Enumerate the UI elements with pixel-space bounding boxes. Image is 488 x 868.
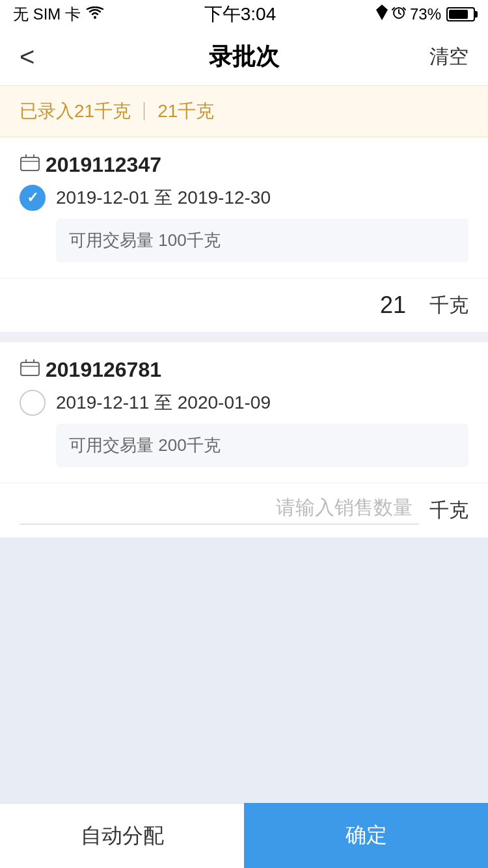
page-title: 录批次 <box>209 41 279 73</box>
svg-rect-6 <box>21 362 39 375</box>
svg-rect-4 <box>21 157 39 170</box>
batch-1-icon <box>20 154 40 176</box>
recorded-value: 21千克 <box>157 99 214 124</box>
confirm-button[interactable]: 确定 <box>244 803 488 868</box>
batch-1-date-row[interactable]: 2019-12-01 至 2019-12-30 <box>20 185 468 211</box>
batch-1-header: 2019112347 <box>20 153 468 177</box>
info-divider <box>144 102 144 120</box>
alarm-icon <box>392 5 406 23</box>
back-button[interactable]: < <box>20 42 59 72</box>
carrier-text: 无 SIM 卡 <box>13 4 81 25</box>
batch-2-header: 2019126781 <box>20 358 468 382</box>
batch-2-quantity-input[interactable] <box>20 496 419 519</box>
batch-2-date: 2019-12-11 至 2020-01-09 <box>56 390 271 415</box>
section-separator-1 <box>0 332 488 342</box>
status-bar: 无 SIM 卡 下午3:04 73% <box>0 0 488 29</box>
batch-1-id: 2019112347 <box>46 153 161 177</box>
batch-item-1: 2019112347 2019-12-01 至 2019-12-30 可用交易量… <box>0 137 488 332</box>
batch-2-icon <box>20 359 40 381</box>
clear-button[interactable]: 清空 <box>429 44 468 70</box>
location-icon <box>376 5 388 24</box>
status-right: 73% <box>376 5 475 24</box>
batch-1-quantity-value: 21 <box>380 292 406 319</box>
nav-bar: < 录批次 清空 <box>0 29 488 86</box>
batch-2-id: 2019126781 <box>46 358 161 382</box>
battery-text: 73% <box>410 5 441 23</box>
info-banner: 已录入21千克 21千克 <box>0 86 488 137</box>
batch-2-unit: 千克 <box>429 497 468 524</box>
batch-2-date-row[interactable]: 2019-12-11 至 2020-01-09 <box>20 390 468 416</box>
svg-line-3 <box>399 13 401 14</box>
batch-1-quantity-row: 21 千克 <box>0 278 488 332</box>
status-left: 无 SIM 卡 <box>13 4 104 25</box>
bottom-bar: 自动分配 确定 <box>0 803 488 868</box>
batch-2-quantity-row: 千克 <box>0 483 488 537</box>
batch-2-radio[interactable] <box>20 390 46 416</box>
batch-2-availability: 可用交易量 200千克 <box>56 424 468 467</box>
empty-area <box>0 537 488 837</box>
batch-1-availability: 可用交易量 100千克 <box>56 219 468 262</box>
battery-icon <box>446 7 475 21</box>
status-time: 下午3:04 <box>204 2 277 27</box>
auto-distribute-button[interactable]: 自动分配 <box>0 803 244 868</box>
batch-1-radio[interactable] <box>20 185 46 211</box>
batch-1-date: 2019-12-01 至 2019-12-30 <box>56 185 271 210</box>
batch-item-2: 2019126781 2019-12-11 至 2020-01-09 可用交易量… <box>0 342 488 537</box>
wifi-icon <box>86 5 104 23</box>
svg-point-0 <box>94 16 96 19</box>
batch-1-unit: 千克 <box>429 292 468 319</box>
recorded-label: 已录入21千克 <box>20 99 131 124</box>
